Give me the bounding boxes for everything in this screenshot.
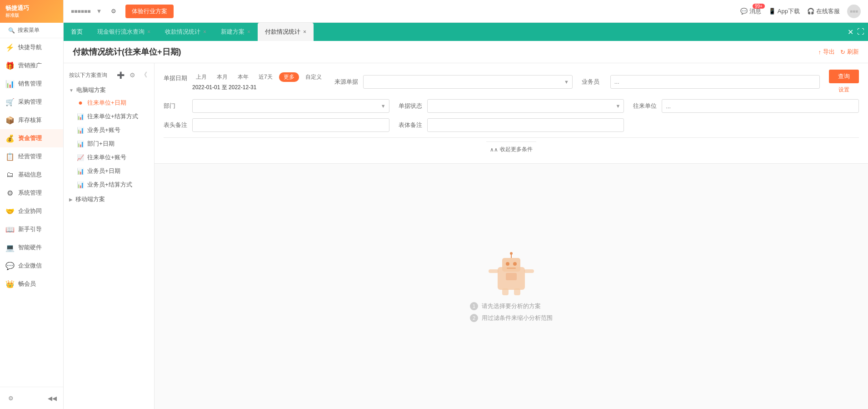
message-icon: 💬 xyxy=(740,8,748,15)
tab-payment-stats-label: 收款情况统计 xyxy=(165,28,200,36)
sidebar-item-quick-nav[interactable]: ⚡ 快捷导航 xyxy=(0,38,63,56)
plan-item-dept-date[interactable]: 📊 部门+日期 xyxy=(64,137,154,151)
collapse-panel-btn[interactable]: 《 xyxy=(140,71,149,80)
settings-plan-btn[interactable]: ⚙ xyxy=(128,71,137,80)
desktop-section-label: 电脑端方案 xyxy=(76,86,106,94)
sidebar-item-wechat[interactable]: 💬 企业微信 xyxy=(0,257,63,275)
partner-field: 往来单位 xyxy=(633,99,859,113)
form-row-1: 单据日期 上月 本月 本年 近7天 更多 自定义 20 xyxy=(164,70,859,94)
doc-status-select[interactable] xyxy=(427,99,624,113)
header: ■■■■■■ ▼ ⚙ 体验行业方案 💬 消息 99+ 📱 App下载 🎧 在线客… xyxy=(64,0,868,23)
user-avatar[interactable]: ■■■ xyxy=(847,5,861,18)
date-btn-7days[interactable]: 近7天 xyxy=(255,72,276,82)
tab-new-plan-close[interactable]: × xyxy=(247,29,250,35)
plan-active-icon: ● xyxy=(76,99,85,107)
body-note-input[interactable] xyxy=(427,118,624,132)
form-actions: 查询 设置 xyxy=(829,70,859,94)
empty-state: 1 请先选择要分析的方案 2 用过滤条件来缩小分析范围 xyxy=(470,251,553,322)
refresh-button[interactable]: ↻ 刷新 xyxy=(840,48,859,56)
sidebar-item-operations[interactable]: 📋 经营管理 xyxy=(0,147,63,166)
tip-text-2: 用过滤条件来缩小分析范围 xyxy=(482,314,553,322)
body-note-field: 表体备注 xyxy=(399,118,624,132)
tab-close-all-btn[interactable]: ✕ xyxy=(848,28,853,36)
tab-home[interactable]: 首页 xyxy=(64,23,90,41)
tip-num-1: 1 xyxy=(470,302,478,310)
mobile-section-header[interactable]: ▶ 移动端方案 xyxy=(64,193,154,205)
plan-item-salesman-account[interactable]: 📊 业务员+账号 xyxy=(64,123,154,137)
sidebar-item-sales[interactable]: 📊 销售管理 xyxy=(0,75,63,93)
date-btn-last-month[interactable]: 上月 xyxy=(192,72,210,82)
tab-pay-stats[interactable]: 付款情况统计 × xyxy=(258,23,314,41)
hardware-icon: 💻 xyxy=(5,243,15,252)
search-menu[interactable]: 🔍 搜索菜单 xyxy=(0,23,63,38)
sidebar-item-marketing[interactable]: 🎁 营销推广 xyxy=(0,56,63,75)
add-plan-btn[interactable]: ➕ xyxy=(116,71,125,80)
sidebar-item-vip[interactable]: 👑 畅会员 xyxy=(0,275,63,293)
plan-item-partner-account[interactable]: 📈 往来单位+账号 xyxy=(64,151,154,164)
panel-header: 按以下方案查询 ➕ ⚙ 《 xyxy=(64,68,154,82)
header-settings-icon[interactable]: ⚙ xyxy=(107,5,120,18)
message-item[interactable]: 💬 消息 99+ xyxy=(740,7,761,15)
tab-bank-flow-close[interactable]: × xyxy=(147,29,150,35)
dept-select[interactable] xyxy=(192,99,389,113)
desktop-section-header[interactable]: ▼ 电脑端方案 xyxy=(64,84,154,96)
settings-bottom-icon[interactable]: ⚙ xyxy=(5,392,17,404)
tip-text-1: 请先选择要分析的方案 xyxy=(482,302,541,310)
plan-icon: 📈 xyxy=(76,153,85,162)
sidebar-item-system[interactable]: ⚙ 系统管理 xyxy=(0,184,63,202)
tab-bank-flow[interactable]: 现金银行流水查询 × xyxy=(90,23,158,41)
sidebar-item-guide[interactable]: 📖 新手引导 xyxy=(0,220,63,238)
empty-tip-2: 2 用过滤条件来缩小分析范围 xyxy=(470,314,553,322)
tab-expand-btn[interactable]: ⛶ xyxy=(857,28,864,36)
dropdown-arrow[interactable]: ▼ xyxy=(96,8,102,15)
sidebar-item-label: 快捷导航 xyxy=(18,43,42,51)
sidebar-item-label: 畅会员 xyxy=(18,280,36,288)
collapse-conditions-btn[interactable]: ∧∧ 收起更多条件 xyxy=(486,141,536,157)
right-content: 单据日期 上月 本月 本年 近7天 更多 自定义 20 xyxy=(155,63,868,409)
panel-title: 按以下方案查询 xyxy=(69,71,107,79)
trial-button[interactable]: 体验行业方案 xyxy=(125,5,174,18)
plan-icon: 📊 xyxy=(76,126,85,134)
tabs-bar: 首页 现金银行流水查询 × 收款情况统计 × 新建方案 × 付款情况统计 × ✕… xyxy=(64,23,868,41)
sidebar-item-enterprise[interactable]: 🤝 企业协同 xyxy=(0,202,63,220)
left-panel: 按以下方案查询 ➕ ⚙ 《 ▼ 电脑端方案 ● 往来单位+日期 xyxy=(64,63,155,409)
source-select[interactable] xyxy=(363,75,573,89)
body-area: 按以下方案查询 ➕ ⚙ 《 ▼ 电脑端方案 ● 往来单位+日期 xyxy=(64,63,868,409)
date-range-display: 2022-01-01 至 2022-12-31 xyxy=(192,84,325,91)
sidebar-item-basic-info[interactable]: 🗂 基础信息 xyxy=(0,166,63,184)
query-button[interactable]: 查询 xyxy=(829,70,859,83)
app-download-item[interactable]: 📱 App下载 xyxy=(768,7,800,15)
plan-item-partner-settle[interactable]: 📊 往来单位+结算方式 xyxy=(64,110,154,123)
sidebar-item-label: 企业微信 xyxy=(18,262,42,270)
tab-payment-stats-close[interactable]: × xyxy=(203,29,206,35)
header-note-input[interactable] xyxy=(192,118,389,132)
online-service-item[interactable]: 🎧 在线客服 xyxy=(807,7,840,15)
date-btn-more[interactable]: 更多 xyxy=(279,72,299,82)
plan-item-label: 往来单位+结算方式 xyxy=(87,112,138,121)
sidebar-item-inventory[interactable]: 📦 库存核算 xyxy=(0,111,63,129)
vip-icon: 👑 xyxy=(5,279,15,288)
wechat-icon: 💬 xyxy=(5,261,15,270)
plan-item-partner-date[interactable]: ● 往来单位+日期 xyxy=(64,96,154,110)
sidebar-item-hardware[interactable]: 💻 智能硬件 xyxy=(0,238,63,257)
tab-payment-stats[interactable]: 收款情况统计 × xyxy=(158,23,214,41)
export-button[interactable]: ↑ 导出 xyxy=(818,48,835,56)
date-btn-custom[interactable]: 自定义 xyxy=(302,72,325,82)
sidebar-item-label: 新手引导 xyxy=(18,225,42,233)
sidebar-item-capital[interactable]: 💰 资金管理 xyxy=(0,129,63,147)
tab-pay-stats-close[interactable]: × xyxy=(303,29,306,35)
tab-new-plan[interactable]: 新建方案 × xyxy=(214,23,258,41)
salesman-input[interactable] xyxy=(610,75,820,89)
query-form: 单据日期 上月 本月 本年 近7天 更多 自定义 20 xyxy=(155,63,868,164)
partner-input[interactable] xyxy=(662,99,859,113)
page-title: 付款情况统计(往来单位+日期) xyxy=(73,46,181,57)
settings-link[interactable]: 设置 xyxy=(829,86,859,94)
date-btn-this-month[interactable]: 本月 xyxy=(213,72,231,82)
plan-item-salesman-settle[interactable]: 📊 业务员+结算方式 xyxy=(64,178,154,192)
refresh-icon: ↻ xyxy=(840,49,845,56)
date-btn-this-year[interactable]: 本年 xyxy=(234,72,252,82)
plan-item-salesman-date[interactable]: 📊 业务员+日期 xyxy=(64,164,154,178)
date-controls: 上月 本月 本年 近7天 更多 自定义 2022-01-01 至 2022-12… xyxy=(192,72,325,91)
collapse-sidebar-icon[interactable]: ◀◀ xyxy=(46,392,59,404)
sidebar-item-purchase[interactable]: 🛒 采购管理 xyxy=(0,93,63,111)
